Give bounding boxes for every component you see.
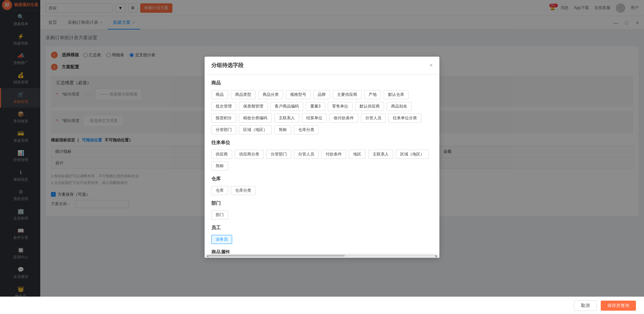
- field-tag-supplier[interactable]: 供应商: [211, 150, 232, 159]
- field-tag-default_warehouse[interactable]: 默认仓库: [384, 90, 409, 99]
- field-grid-counterparty: 供应商供应商分类分管部门分管人员付款条件地区主联系人区域（地区）简称: [211, 150, 433, 171]
- field-tag-short_name[interactable]: 简称: [274, 125, 291, 134]
- field-tag-pick_points[interactable]: 拣货积分: [211, 114, 236, 123]
- field-tag-payment_terms[interactable]: 收付款条件: [329, 114, 358, 123]
- field-tag-customer_code[interactable]: 客户商品编码: [270, 102, 303, 111]
- dialog-close-button[interactable]: ×: [430, 62, 433, 68]
- field-tag-cp_main_contact[interactable]: 主联系人: [368, 150, 393, 159]
- field-tag-spec_type[interactable]: 规格型号: [286, 90, 311, 99]
- field-tag-area[interactable]: 地区: [349, 150, 366, 159]
- field-tag-batch_mgmt[interactable]: 批次管理: [211, 102, 236, 111]
- field-grid-employee: 业务员: [211, 235, 433, 244]
- field-tag-salesperson[interactable]: 业务员: [211, 235, 232, 244]
- field-grid-warehouse: 仓库仓库分类: [211, 186, 433, 195]
- dialog: 分组待选字段 × 商品商品商品类型商品分类规格型号品牌主要供应商产地默认仓库批次…: [205, 57, 439, 258]
- field-tag-settlement_unit[interactable]: 结算单位: [302, 114, 327, 123]
- scroll-left-icon[interactable]: ◀: [206, 254, 209, 258]
- field-tag-weight3[interactable]: 重量3: [306, 102, 325, 111]
- section-title-department: 部门: [211, 200, 433, 206]
- horizontal-scrollbar[interactable]: [209, 255, 435, 257]
- field-tag-cp_region[interactable]: 区域（地区）: [396, 150, 429, 159]
- field-tag-dept[interactable]: 分管部门: [266, 150, 291, 159]
- field-tag-goods_alias[interactable]: 商品别名: [387, 102, 412, 111]
- field-tag-payment_cond[interactable]: 付款条件: [321, 150, 346, 159]
- field-tag-goods_name[interactable]: 商品: [211, 90, 228, 99]
- field-tag-cp_short_name[interactable]: 简称: [211, 162, 228, 171]
- dialog-header: 分组待选字段 ×: [205, 57, 439, 75]
- cancel-button[interactable]: 取消: [574, 300, 597, 311]
- field-tag-wh_category[interactable]: 仓库分类: [231, 186, 256, 195]
- section-title-warehouse: 仓库: [211, 176, 433, 182]
- field-tag-tax_code[interactable]: 税收分类编码: [239, 114, 272, 123]
- field-tag-origin[interactable]: 产地: [364, 90, 381, 99]
- bottom-bar: 取消 保存并查询: [0, 297, 644, 314]
- dialog-title: 分组待选字段: [211, 62, 244, 69]
- field-tag-region[interactable]: 区域（地区）: [239, 125, 272, 134]
- field-tag-supplier_category[interactable]: 供应商分类: [235, 150, 264, 159]
- scroll-right-icon[interactable]: ▶: [435, 254, 438, 258]
- scrollbar-thumb: [209, 255, 345, 257]
- field-tag-brand[interactable]: 品牌: [313, 90, 330, 99]
- field-tag-dept_mgr[interactable]: 分管人员: [294, 150, 319, 159]
- field-tag-goods_type[interactable]: 商品类型: [231, 90, 256, 99]
- field-tag-default_supplier[interactable]: 默认供应商: [355, 102, 384, 111]
- field-grid-goods: 商品商品类型商品分类规格型号品牌主要供应商产地默认仓库批次管理保质期管理客户商品…: [211, 90, 433, 134]
- field-tag-warehouse_category[interactable]: 仓库分类: [294, 125, 319, 134]
- field-tag-dept_name[interactable]: 部门: [211, 210, 228, 219]
- section-title-counterparty: 往来单位: [211, 140, 433, 146]
- dialog-body[interactable]: 商品商品商品类型商品分类规格型号品牌主要供应商产地默认仓库批次管理保质期管理客户…: [205, 75, 439, 254]
- section-title-goods_attr: 商品属性: [211, 249, 433, 254]
- field-tag-manager[interactable]: 分管人员: [361, 114, 386, 123]
- field-tag-wh_name[interactable]: 仓库: [211, 186, 228, 195]
- field-grid-department: 部门: [211, 210, 433, 219]
- section-title-goods: 商品: [211, 80, 433, 86]
- field-tag-main_supplier[interactable]: 主要供应商: [333, 90, 362, 99]
- modal-overlay: 分组待选字段 × 商品商品商品类型商品分类规格型号品牌主要供应商产地默认仓库批次…: [0, 0, 644, 314]
- field-tag-goods_category[interactable]: 商品分类: [258, 90, 283, 99]
- field-tag-mgmt_dept[interactable]: 分管部门: [211, 125, 236, 134]
- field-tag-shelf_life[interactable]: 保质期管理: [239, 102, 268, 111]
- save-button[interactable]: 保存并查询: [601, 301, 636, 311]
- field-tag-retail_unit[interactable]: 零售单位: [328, 102, 353, 111]
- dialog-bottom-scroll: ◀ ▶: [205, 254, 439, 258]
- section-title-employee: 员工: [211, 225, 433, 231]
- field-tag-source_unit_category[interactable]: 往来单位分类: [388, 114, 421, 123]
- field-tag-main_contact[interactable]: 主联系人: [274, 114, 299, 123]
